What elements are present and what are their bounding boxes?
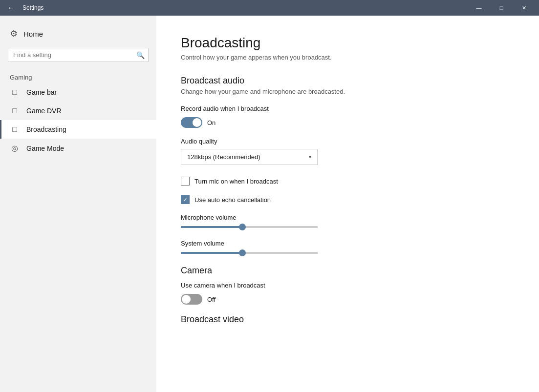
game-bar-icon: □ (10, 88, 20, 97)
sidebar-item-home[interactable]: ⚙ Home (0, 23, 156, 44)
titlebar: ← Settings — □ ✕ (0, 0, 539, 16)
broadcast-audio-section-subtitle: Change how your game and microphone are … (181, 88, 515, 95)
minimize-button[interactable]: — (468, 0, 490, 16)
sidebar-item-label-game-bar: Game bar (26, 88, 57, 96)
back-button[interactable]: ← (4, 1, 18, 15)
minimize-icon: — (476, 5, 482, 11)
close-icon: ✕ (522, 5, 526, 11)
search-container: 🔍 (8, 48, 149, 62)
maximize-icon: □ (500, 5, 503, 11)
record-audio-toggle-knob (193, 118, 201, 127)
sidebar-item-label-broadcasting: Broadcasting (26, 125, 66, 133)
check-icon: ✓ (183, 197, 188, 203)
system-volume-fill (181, 252, 242, 254)
chevron-down-icon: ▾ (309, 154, 311, 160)
page-title: Broadcasting (181, 35, 515, 51)
mic-volume-container: Microphone volume (181, 214, 515, 228)
echo-checkbox[interactable]: ✓ (181, 195, 190, 204)
system-volume-container: System volume (181, 240, 515, 254)
camera-toggle-label: Off (207, 296, 216, 303)
sidebar-home-label: Home (23, 30, 43, 38)
sidebar-item-broadcasting[interactable]: □ Broadcasting (0, 120, 156, 139)
home-icon: ⚙ (10, 28, 18, 39)
window-controls: — □ ✕ (468, 0, 535, 16)
sidebar-item-label-game-mode: Game Mode (26, 144, 64, 152)
mic-checkbox[interactable] (181, 177, 190, 186)
use-camera-label: Use camera when I broadcast (181, 282, 515, 289)
record-audio-toggle-row: On (181, 117, 515, 128)
sidebar-item-game-dvr[interactable]: □ Game DVR (0, 102, 156, 120)
camera-toggle[interactable] (181, 294, 202, 305)
sidebar-item-game-bar[interactable]: □ Game bar (0, 83, 156, 102)
search-input[interactable] (8, 48, 149, 62)
audio-quality-value: 128kbps (Recommended) (187, 153, 260, 161)
close-button[interactable]: ✕ (513, 0, 535, 16)
game-mode-icon: ◎ (10, 144, 20, 153)
game-dvr-icon: □ (10, 106, 20, 115)
sidebar-item-game-mode[interactable]: ◎ Game Mode (0, 139, 156, 158)
mic-volume-label: Microphone volume (181, 214, 515, 221)
app-body: ⚙ Home 🔍 Gaming □ Game bar □ Game DVR □ … (0, 16, 539, 392)
sidebar: ⚙ Home 🔍 Gaming □ Game bar □ Game DVR □ … (0, 16, 156, 392)
system-volume-label: System volume (181, 240, 515, 247)
mic-checkbox-label: Turn mic on when I broadcast (194, 178, 278, 185)
camera-toggle-row: Off (181, 294, 515, 305)
broadcasting-icon: □ (10, 125, 20, 134)
search-icon: 🔍 (136, 51, 145, 59)
main-content: Broadcasting Control how your game apper… (156, 16, 539, 392)
sidebar-category: Gaming (0, 70, 156, 83)
broadcast-audio-section-title: Broadcast audio (181, 76, 515, 86)
camera-section-title: Camera (181, 266, 515, 276)
maximize-button[interactable]: □ (490, 0, 513, 16)
page-subtitle: Control how your game apperas when you b… (181, 54, 515, 61)
audio-quality-container: Audio quality 128kbps (Recommended) ▾ (181, 138, 515, 165)
system-volume-track[interactable] (181, 252, 318, 254)
sidebar-item-label-game-dvr: Game DVR (26, 107, 62, 115)
mic-volume-track[interactable] (181, 226, 318, 228)
audio-quality-label: Audio quality (181, 138, 515, 145)
broadcast-video-section-title: Broadcast video (181, 314, 515, 325)
audio-quality-dropdown[interactable]: 128kbps (Recommended) ▾ (181, 149, 318, 165)
mic-checkbox-row[interactable]: Turn mic on when I broadcast (181, 177, 515, 186)
titlebar-title: Settings (22, 4, 468, 11)
mic-volume-fill (181, 226, 242, 228)
back-icon: ← (7, 4, 14, 12)
record-audio-toggle-label: On (207, 119, 216, 126)
system-volume-thumb[interactable] (239, 249, 246, 256)
record-audio-label: Record audio when I broadcast (181, 105, 515, 112)
camera-toggle-knob (182, 295, 191, 304)
record-audio-toggle[interactable] (181, 117, 202, 128)
echo-checkbox-row[interactable]: ✓ Use auto echo cancellation (181, 195, 515, 204)
mic-volume-thumb[interactable] (239, 224, 246, 230)
echo-checkbox-label: Use auto echo cancellation (194, 196, 271, 204)
